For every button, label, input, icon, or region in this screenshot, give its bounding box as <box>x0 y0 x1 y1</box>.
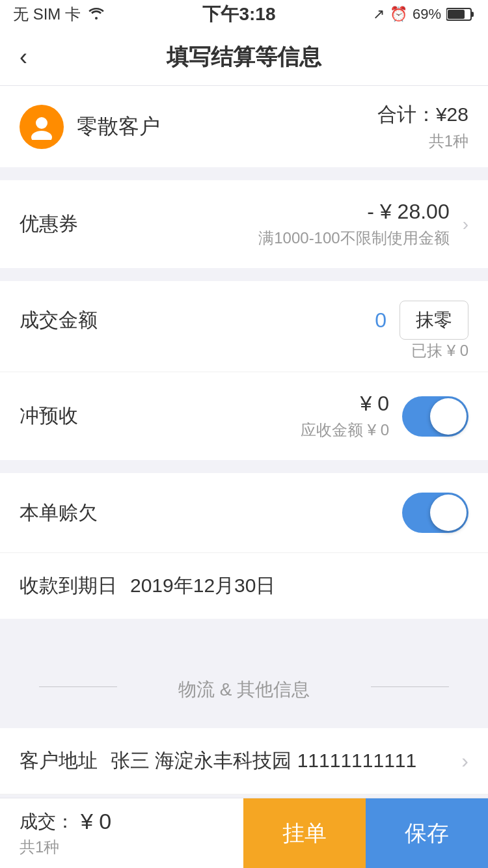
divider-5 <box>0 715 488 728</box>
hold-button[interactable]: 挂单 <box>243 798 366 869</box>
amount-row: 成交金额 0 抹零 已抹 ¥ 0 <box>0 281 488 372</box>
debit-row: 本单赊欠 <box>0 473 488 552</box>
wifi-icon <box>87 5 105 23</box>
already-deducted: 已抹 ¥ 0 <box>20 340 468 361</box>
logistics-title: 物流 & 其他信息 <box>165 679 323 699</box>
divider-2 <box>0 268 488 281</box>
coupon-description: 满1000-100不限制使用金额 <box>258 228 449 249</box>
deal-amount: ¥ 0 <box>81 809 111 834</box>
coupon-row[interactable]: 优惠券 - ¥ 28.00 满1000-100不限制使用金额 › <box>0 180 488 268</box>
bottom-count: 共1种 <box>20 837 224 858</box>
coupon-section: 优惠券 - ¥ 28.00 满1000-100不限制使用金额 › <box>0 180 488 268</box>
customer-avatar <box>20 105 64 149</box>
nav-bar: ‹ 填写结算等信息 <box>0 29 488 86</box>
bottom-summary: 成交： ¥ 0 共1种 <box>0 809 243 858</box>
status-time: 下午3:18 <box>202 2 275 27</box>
save-button[interactable]: 保存 <box>366 798 488 869</box>
svg-point-3 <box>36 117 47 129</box>
svg-rect-1 <box>471 12 474 17</box>
precollect-receivable: 应收金额 ¥ 0 <box>301 420 389 441</box>
customer-count: 共1种 <box>377 131 468 152</box>
precollect-row: 冲预收 ¥ 0 应收金额 ¥ 0 <box>0 372 488 460</box>
address-row[interactable]: 客户地址 张三 海淀永丰科技园 11111111111 › <box>0 728 488 794</box>
precollect-toggle[interactable] <box>402 396 468 437</box>
customer-name: 零散客户 <box>77 113 160 141</box>
bottom-deal-row: 成交： ¥ 0 <box>20 809 224 834</box>
logistics-header: 物流 & 其他信息 <box>0 658 488 715</box>
amount-section: 成交金额 0 抹零 已抹 ¥ 0 冲预收 ¥ 0 应收金额 ¥ 0 <box>0 281 488 460</box>
divider-1 <box>0 167 488 180</box>
precollect-amount: ¥ 0 <box>360 392 389 416</box>
bottom-bar: 成交： ¥ 0 共1种 挂单 保存 <box>0 798 488 868</box>
coupon-info: - ¥ 28.00 满1000-100不限制使用金额 <box>258 200 449 249</box>
precollect-right: ¥ 0 应收金额 ¥ 0 <box>301 392 468 441</box>
amount-row-top: 成交金额 0 抹零 <box>20 301 468 340</box>
customer-total: 合计：¥28 <box>377 102 468 128</box>
coupon-label: 优惠券 <box>20 211 78 237</box>
logistics-section: 物流 & 其他信息 <box>0 658 488 715</box>
deal-label: 成交： <box>20 809 74 834</box>
amount-input-area: 0 抹零 <box>375 301 468 340</box>
precollect-info: ¥ 0 应收金额 ¥ 0 <box>301 392 389 441</box>
customer-left: 零散客户 <box>20 105 160 149</box>
amount-value[interactable]: 0 <box>375 308 386 332</box>
coupon-discount: - ¥ 28.00 <box>367 200 449 224</box>
page-title: 填写结算等信息 <box>167 42 321 72</box>
location-icon: ↗ <box>373 6 385 23</box>
already-deducted-text: 已抹 ¥ 0 <box>411 342 468 359</box>
address-chevron-icon: › <box>461 749 468 773</box>
round-zero-button[interactable]: 抹零 <box>400 301 468 340</box>
customer-right: 合计：¥28 共1种 <box>377 102 468 152</box>
customer-section: 零散客户 合计：¥28 共1种 <box>0 86 488 167</box>
status-left: 无 SIM 卡 <box>13 4 105 25</box>
coupon-chevron-icon: › <box>463 214 468 235</box>
due-date-row: 收款到期日 2019年12月30日 <box>0 552 488 619</box>
svg-rect-2 <box>448 10 465 19</box>
address-section: 客户地址 张三 海淀永丰科技园 11111111111 › <box>0 728 488 794</box>
address-value: 张三 海淀永丰科技园 11111111111 <box>111 748 455 774</box>
divider-4 <box>0 619 488 645</box>
status-right: ↗ ⏰ 69% <box>373 6 475 23</box>
due-date-value: 2019年12月30日 <box>130 573 275 599</box>
status-bar: 无 SIM 卡 下午3:18 ↗ ⏰ 69% <box>0 0 488 29</box>
battery-icon <box>446 7 475 21</box>
coupon-right: - ¥ 28.00 满1000-100不限制使用金额 › <box>258 200 468 249</box>
due-date-label: 收款到期日 <box>20 573 117 599</box>
alarm-icon: ⏰ <box>390 6 407 23</box>
debit-toggle[interactable] <box>402 493 468 533</box>
svg-point-4 <box>31 131 52 140</box>
back-button[interactable]: ‹ <box>20 44 27 71</box>
debit-label: 本单赊欠 <box>20 500 98 526</box>
address-label: 客户地址 <box>20 748 111 774</box>
debit-section: 本单赊欠 收款到期日 2019年12月30日 <box>0 473 488 619</box>
carrier-label: 无 SIM 卡 <box>13 4 81 25</box>
amount-label: 成交金额 <box>20 307 98 334</box>
battery-percent: 69% <box>413 6 441 23</box>
divider-3 <box>0 460 488 473</box>
precollect-label: 冲预收 <box>20 403 78 429</box>
